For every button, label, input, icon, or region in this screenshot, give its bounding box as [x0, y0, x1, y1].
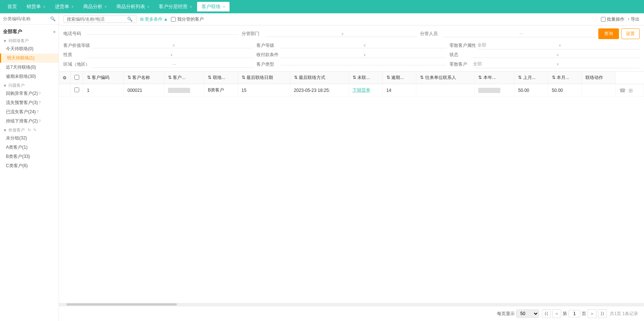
sidebar-item-c-class[interactable]: C类客户(6) [0, 161, 59, 170]
filter-customer-type-select[interactable] [280, 63, 447, 65]
filter-region: 区域（地区） ··· [63, 61, 253, 68]
nav-purchase-close[interactable]: × [71, 5, 74, 9]
row-checkbox[interactable] [71, 84, 83, 97]
filter-customer-grade: 客户等级 ∨ [256, 42, 447, 49]
filter-gender-select[interactable]: ∨ [87, 52, 253, 58]
col-checkbox-header[interactable] [71, 72, 83, 84]
settings-button[interactable]: 设置 [621, 28, 640, 39]
my-customers-checkbox[interactable] [171, 17, 176, 22]
row-action: ☎ ⊞ [616, 84, 644, 97]
my-customers-toggle[interactable]: 我分管的客户 [171, 16, 204, 23]
sidebar-item-a-class[interactable]: A类客户(1) [0, 143, 59, 152]
col-this-month-header: ⇅ 本月... [548, 72, 581, 84]
col-type-label: 客户... [173, 75, 185, 80]
nav-customer-contact[interactable]: 客户联络 × [197, 2, 230, 11]
sidebar-search-icon[interactable]: 🔍 [50, 16, 56, 21]
filter-payment-select[interactable]: ∨ [280, 52, 447, 58]
filter-row-3: 性质 ∨ 收付款条件 ∨ 状态 [63, 52, 640, 58]
filter-region-select[interactable]: ··· [91, 61, 253, 68]
sidebar-item-churn-warning[interactable]: 流失预警客户(3) ? [0, 98, 59, 107]
export-icon: ↑ [627, 17, 630, 22]
sidebar-item-today-label: 今天待联络(0) [6, 46, 34, 52]
filter-status-select[interactable]: ∨ [473, 52, 640, 58]
sidebar-item-overdue[interactable]: 逾期未联络(30) [0, 72, 59, 81]
nav-product-analysis-list-close[interactable]: × [147, 5, 150, 9]
sidebar-item-repurchase-abnormal[interactable]: 回购异常客户(2) ? [0, 89, 59, 98]
filter-manager-select[interactable]: ··· [444, 30, 595, 37]
a-class-label: A类客户(1) [6, 144, 28, 151]
sidebar-search-input[interactable] [3, 16, 49, 21]
first-page-btn[interactable]: ⟨⟨ [542, 309, 551, 318]
table-area: ⚙ ⇅ 客户编码 ⇅ 客户名称 ⇅ 客户... ⇅ 联络... ⇅ 最后联络日期… [59, 72, 644, 303]
value-refresh-icon[interactable]: ↻ [28, 128, 31, 132]
filter-retail-customer-select[interactable]: 全部 ∨ [473, 60, 640, 68]
sidebar-item-7days[interactable]: 近7天待联络(0) [0, 63, 59, 72]
sort-icon-method: ⇅ [294, 75, 298, 80]
sidebar-item-tomorrow[interactable]: 明天待联络(1) [0, 54, 59, 63]
filter-dept-select[interactable]: ∨ [265, 31, 417, 37]
filter-customer-grade-select[interactable]: ∨ [280, 42, 447, 48]
batch-ops-btn[interactable]: 批量操作 [601, 16, 624, 23]
prev-page-btn[interactable]: ＜ [552, 309, 561, 318]
filter-customer-value-select[interactable]: ∨ [91, 42, 253, 48]
nav-customer-layered[interactable]: 客户分层经营 × [154, 2, 196, 11]
filter-phone-input[interactable] [87, 33, 239, 35]
row-no: 1 [83, 84, 124, 97]
sidebar-item-7days-label: 近7天待联络(0) [6, 64, 36, 70]
sidebar-collapse-btn[interactable]: « [53, 29, 56, 34]
nav-product-analysis-close[interactable]: × [105, 5, 107, 9]
nav-product-analysis-list[interactable]: 商品分析列表 × [112, 2, 154, 11]
page-size-select[interactable]: 50 [516, 310, 539, 318]
last-page-btn[interactable]: ⟩⟩ [598, 309, 607, 318]
page-number-input[interactable] [568, 310, 580, 317]
col-contact-label: 联络... [213, 75, 225, 80]
row-select-checkbox[interactable] [74, 87, 79, 92]
nav-home[interactable]: 首页 [3, 2, 21, 11]
row-action-phone-icon[interactable]: ☎ [619, 87, 626, 93]
row-name-blurred [168, 88, 190, 93]
sidebar-item-declining[interactable]: 持续下滑客户(2) ? [0, 117, 59, 126]
filter-icon: ⊞ [140, 17, 144, 22]
nav-purchase-order[interactable]: 进货单 × [50, 2, 78, 11]
next-page-btn[interactable]: ＞ [588, 309, 596, 318]
filter-retail-attr-select[interactable]: 全部 ∨ [477, 41, 640, 49]
total-info: 共1页 1条记录 [610, 311, 638, 317]
col-gear-header[interactable]: ⚙ [59, 72, 71, 84]
filter-status: 状态 ∨ [449, 52, 640, 58]
col-company-contact-header: ⇅ 往来单位联系人 [416, 72, 475, 84]
select-all-checkbox[interactable] [74, 75, 79, 80]
sort-icon-name: ⇅ [127, 75, 131, 80]
sidebar-item-b-class[interactable]: B类客户(33) [0, 152, 59, 161]
sidebar-item-churned[interactable]: 已流失客户(24) ? [0, 107, 59, 117]
batch-checkbox[interactable] [601, 17, 606, 22]
scrollbar-thumb[interactable] [66, 303, 177, 306]
sidebar-content: 全部客户 « ▼ 待联络客户 今天待联络(0) 明天待联络(1) 近7天待联络(… [0, 25, 59, 173]
manager-dots-icon: ··· [519, 31, 595, 36]
query-button[interactable]: 查询 [598, 28, 619, 39]
sidebar-item-today[interactable]: 今天待联络(0) [0, 44, 59, 54]
more-conditions-btn[interactable]: ⊞ 更多条件 ▲ [140, 16, 168, 23]
nav-customer-contact-close[interactable]: × [223, 5, 225, 9]
nav-product-analysis[interactable]: 商品分析 × [79, 2, 111, 11]
nav-sales-close[interactable]: × [43, 5, 45, 9]
search-input-wrap: 🔍 [63, 15, 137, 23]
question-icon-1: ? [39, 101, 41, 105]
main-layout: 🔍 全部客户 « ▼ 待联络客户 今天待联络(0) 明天待联络(1) 近7天待联… [0, 13, 644, 321]
row-last-contact-method-link[interactable]: 下销货单 [353, 87, 370, 93]
horizontal-scrollbar[interactable] [59, 303, 644, 306]
col-this-year-header: ⇅ 本年... [475, 72, 514, 84]
search-icon[interactable]: 🔍 [127, 17, 133, 22]
question-icon-0: ? [39, 92, 41, 96]
row-last-month: 50.00 [548, 84, 581, 97]
nav-customer-layered-close[interactable]: × [190, 5, 192, 9]
value-edit-icon[interactable]: ✎ [33, 128, 36, 132]
sidebar-all-customers[interactable]: 全部客户 « [0, 27, 59, 37]
search-input[interactable] [67, 17, 126, 22]
filter-retail-attr-label: 零散客户属性 [449, 42, 476, 49]
sidebar-item-ungrouped[interactable]: 未分组(32) [0, 134, 59, 143]
value-group-label: 价值客户 [8, 127, 25, 133]
row-action-more-icon[interactable]: ⊞ [629, 87, 633, 93]
row-code-value: 000021 [127, 88, 142, 93]
export-btn[interactable]: ↑ 导出 [627, 16, 640, 23]
nav-sales-order[interactable]: 销货单 × [22, 2, 50, 11]
